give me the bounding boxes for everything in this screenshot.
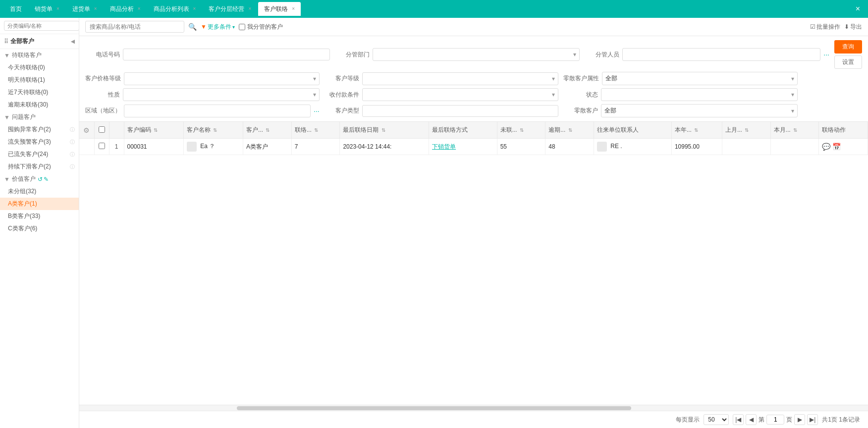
gear-icon[interactable]: ⚙ (83, 126, 90, 134)
sidebar-all-customers[interactable]: ⠿ 全部客户 ◀ (0, 34, 79, 49)
batch-operation-btn[interactable]: ☑ 批量操作 (810, 23, 840, 31)
section-pending-contact[interactable]: ▼ 待联络客户 (0, 49, 79, 61)
page-label: 第 (759, 416, 764, 424)
status-select[interactable]: ▾ (601, 88, 798, 101)
close-purchase-tab[interactable]: × (94, 2, 97, 16)
nature-select[interactable]: ▾ (123, 88, 320, 101)
my-customer-checkbox[interactable] (239, 24, 245, 30)
sidebar-item-declining[interactable]: 持续下滑客户(2) ⓘ (0, 160, 79, 173)
query-button[interactable]: 查询 (834, 40, 862, 54)
row-checkbox[interactable] (99, 143, 105, 149)
nav-product-analysis-list[interactable]: 商品分析列表 × (148, 2, 202, 16)
close-all-tabs[interactable]: × (852, 4, 864, 13)
sidebar-item-class-c[interactable]: C类客户(6) (0, 222, 79, 235)
sort-date-icon[interactable]: ⇅ (381, 127, 385, 133)
sort-name-icon[interactable]: ⇅ (213, 127, 217, 133)
filter-search-input[interactable] (85, 21, 184, 33)
horizontal-scrollbar[interactable] (79, 405, 868, 411)
nav-customer-tier[interactable]: 客户分层经营 × (203, 2, 257, 16)
last-contact-method-link[interactable]: 下销货单 (432, 143, 456, 150)
edit-value-groups-icon[interactable]: ✎ (44, 176, 49, 183)
section-arrow-3: ▼ (4, 176, 10, 183)
filter-cell-nature: 性质 ▾ (85, 88, 325, 101)
sort-this-month-icon[interactable]: ⇅ (793, 127, 797, 133)
next-page-btn[interactable]: ▶ (794, 414, 805, 425)
export-btn[interactable]: ⬇ 导出 (844, 23, 862, 31)
sort-last-month-icon[interactable]: ⇅ (745, 127, 749, 133)
close-product-analysis-list-tab[interactable]: × (193, 2, 196, 16)
sidebar-item-today[interactable]: 今天待联络(0) (0, 61, 79, 74)
retail-attr-select[interactable]: 全部 ▾ (602, 72, 798, 85)
nav-sales[interactable]: 销货单 × (29, 2, 65, 16)
close-product-analysis-tab[interactable]: × (138, 2, 141, 16)
message-action-icon[interactable]: 💬 (822, 143, 830, 151)
customer-level-chevron-icon: ▾ (552, 75, 555, 82)
calendar-action-icon[interactable]: 📅 (832, 143, 841, 151)
sidebar-item-overdue[interactable]: 逾期未联络(30) (0, 99, 79, 111)
filter-row-4: 区域（地区） ··· 客户类型 零散客户 全部 ▾ (85, 104, 862, 117)
page-number-input[interactable] (766, 415, 784, 425)
settings-button[interactable]: 设置 (834, 55, 862, 69)
price-level-select[interactable]: ▾ (124, 72, 320, 85)
sidebar-item-churned[interactable]: 已流失客户(24) ⓘ (0, 148, 79, 160)
sidebar-search-input[interactable] (4, 21, 79, 31)
price-level-chevron-icon: ▾ (313, 75, 316, 82)
sort-contact-icon[interactable]: ⇅ (314, 127, 318, 133)
dept-chevron-icon: ▾ (573, 51, 576, 58)
first-page-btn[interactable]: |◀ (733, 414, 744, 425)
dept-select[interactable]: ▾ (373, 48, 580, 61)
price-level-label: 客户价格等级 (85, 74, 121, 83)
close-customer-contact-tab[interactable]: × (292, 2, 295, 16)
pagination: 每页显示 50 100 200 |◀ ◀ 第 页 ▶ ▶| 共1页 1条记录 (79, 411, 868, 428)
last-page-btn[interactable]: ▶| (807, 414, 818, 425)
table-container: ⚙ 客户编码 ⇅ 客户名称 ⇅ (79, 122, 868, 405)
sidebar-item-7days[interactable]: 近7天待联络(0) (0, 86, 79, 99)
th-last-contact-method: 最后联络方式 (429, 122, 497, 139)
sidebar-item-unclassified[interactable]: 未分组(32) (0, 185, 79, 198)
customer-type-input[interactable] (362, 105, 559, 117)
sort-code-icon[interactable]: ⇅ (154, 127, 158, 133)
td-last-contact-date: 2023-04-12 14:44: (340, 139, 429, 155)
payment-select[interactable]: ▾ (362, 88, 559, 101)
sidebar-item-churn-warning[interactable]: 流失预警客户(3) ⓘ (0, 136, 79, 148)
section-value-customers[interactable]: ▼ 价值客户 ↺ ✎ (0, 173, 79, 185)
manager-select[interactable] (622, 48, 820, 61)
sidebar-item-class-b[interactable]: B类客户(33) (0, 210, 79, 222)
filter-cell-dept: 分管部门 ▾ (335, 48, 585, 61)
sort-type-icon[interactable]: ⇅ (266, 127, 270, 133)
top-nav: 首页 销货单 × 进货单 × 商品分析 × 商品分析列表 × 客户分层经营 × … (0, 0, 868, 18)
sidebar-item-hoarding[interactable]: 囤购异常客户(2) ⓘ (0, 123, 79, 136)
td-contacts: RE . (594, 139, 671, 155)
region-select[interactable] (124, 105, 311, 117)
sort-no-contact-icon[interactable]: ⇅ (520, 127, 524, 133)
customer-level-select[interactable]: ▾ (362, 72, 559, 85)
manager-dots-btn[interactable]: ··· (823, 51, 829, 58)
nav-product-analysis[interactable]: 商品分析 × (104, 2, 147, 16)
collapse-icon[interactable]: ◀ (71, 39, 75, 44)
my-customer-checkbox-area[interactable]: 我分管的客户 (239, 23, 283, 31)
sort-overdue-icon[interactable]: ⇅ (568, 127, 572, 133)
more-conditions-btn[interactable]: ▼ 更多条件 ▾ (201, 23, 235, 31)
sort-year-icon[interactable]: ⇅ (694, 127, 698, 133)
region-dots-btn[interactable]: ··· (314, 107, 320, 115)
retail-customer-select[interactable]: 全部 ▾ (601, 104, 798, 117)
sidebar-item-tomorrow[interactable]: 明天待联络(1) (0, 74, 79, 86)
filter-search-button[interactable]: 🔍 (188, 23, 197, 31)
nav-customer-contact[interactable]: 客户联络 × (258, 2, 301, 16)
refresh-icon[interactable]: ↺ (38, 176, 43, 183)
contact-avatar (597, 142, 607, 152)
info-icon-3: ⓘ (70, 151, 75, 158)
select-all-checkbox[interactable] (99, 126, 105, 133)
section-problem-customers[interactable]: ▼ 问题客户 (0, 111, 79, 123)
sidebar-item-class-a[interactable]: A类客户(1) (0, 198, 79, 210)
prev-page-btn[interactable]: ◀ (746, 414, 757, 425)
nav-purchase[interactable]: 进货单 × (66, 2, 103, 16)
retail-customer-chevron-icon: ▾ (791, 107, 794, 114)
close-customer-tier-tab[interactable]: × (248, 2, 251, 16)
th-num (109, 122, 124, 139)
close-sales-tab[interactable]: × (56, 2, 59, 16)
phone-input[interactable] (123, 49, 330, 60)
page-size-select[interactable]: 50 100 200 (704, 414, 729, 425)
scroll-thumb[interactable] (237, 406, 631, 410)
nav-home[interactable]: 首页 (4, 2, 28, 16)
